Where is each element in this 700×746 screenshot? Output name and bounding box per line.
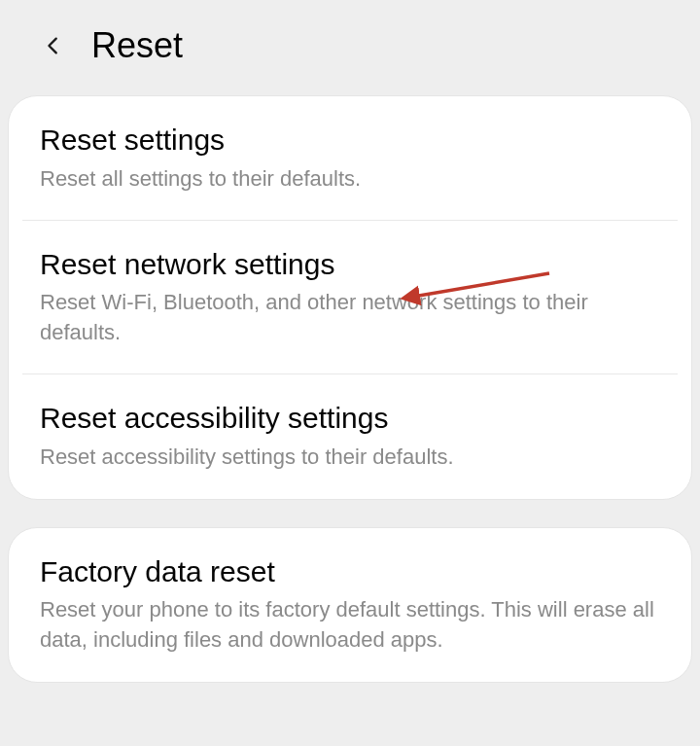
item-title: Reset settings xyxy=(40,122,660,159)
item-desc: Reset your phone to its factory default … xyxy=(40,595,660,655)
reset-accessibility-settings-item[interactable]: Reset accessibility settings Reset acces… xyxy=(9,374,691,499)
reset-settings-item[interactable]: Reset settings Reset all settings to the… xyxy=(9,96,691,221)
factory-reset-card: Factory data reset Reset your phone to i… xyxy=(8,527,692,683)
header: Reset xyxy=(0,0,700,95)
reset-options-card: Reset settings Reset all settings to the… xyxy=(8,95,692,500)
item-desc: Reset accessibility settings to their de… xyxy=(40,443,660,472)
item-title: Reset network settings xyxy=(40,246,660,283)
back-icon[interactable] xyxy=(43,35,64,56)
reset-network-settings-item[interactable]: Reset network settings Reset Wi-Fi, Blue… xyxy=(9,221,691,374)
item-title: Reset accessibility settings xyxy=(40,400,660,437)
item-title: Factory data reset xyxy=(40,553,660,590)
factory-data-reset-item[interactable]: Factory data reset Reset your phone to i… xyxy=(9,528,691,682)
item-desc: Reset all settings to their defaults. xyxy=(40,164,660,194)
page-title: Reset xyxy=(91,25,183,66)
item-desc: Reset Wi-Fi, Bluetooth, and other networ… xyxy=(40,288,660,347)
